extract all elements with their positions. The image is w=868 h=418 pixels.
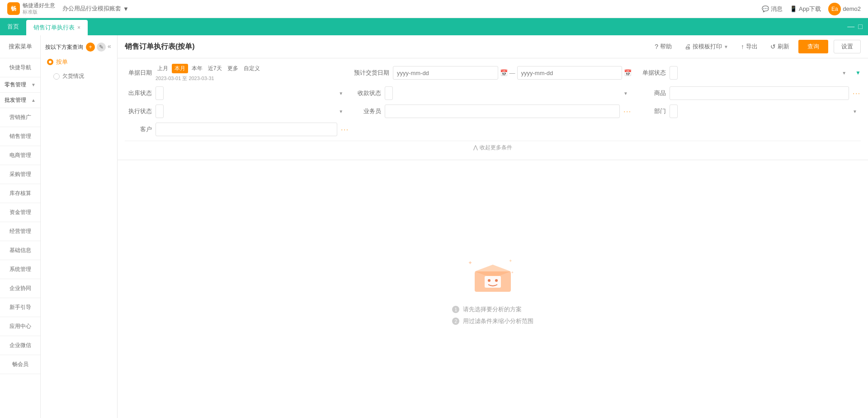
sidebar-inventory: 库存核算	[0, 184, 40, 203]
customer-input[interactable]	[156, 123, 337, 136]
help-btn[interactable]: ? 帮助	[651, 41, 675, 52]
scheme-active-dot	[47, 59, 53, 65]
order-status-select[interactable]	[670, 66, 678, 80]
sidebar-item-enterprise[interactable]: 企业协同	[0, 279, 40, 298]
left-panel-icons: + ✎ «	[86, 43, 111, 52]
sidebar-item-system[interactable]: 系统管理	[0, 260, 40, 279]
calendar-end-icon[interactable]: 📅	[624, 69, 632, 76]
left-panel: 按以下方案查询 + ✎ « 按单 欠货情况	[41, 35, 118, 418]
date-tab-this-year[interactable]: 本年	[190, 64, 204, 73]
exec-status-select[interactable]	[156, 104, 164, 118]
sidebar-wechat: 企业微信	[0, 336, 40, 355]
logo-text-area: 畅捷通好生意 标准版	[23, 2, 55, 15]
salesperson-input[interactable]	[385, 104, 620, 118]
sidebar-app-center: 应用中心	[0, 317, 40, 336]
tab-close-btn[interactable]: ×	[77, 24, 80, 31]
filter-row-2: 出库状态 收款状态	[125, 86, 861, 100]
message-btn[interactable]: 💬 消息	[762, 5, 783, 13]
goods-input[interactable]	[670, 86, 849, 100]
sidebar-item-operations[interactable]: 经营管理	[0, 222, 40, 241]
salesperson-more-btn[interactable]: ···	[623, 108, 632, 115]
expected-date-end-input[interactable]	[517, 66, 622, 80]
date-field-label: 单据日期	[125, 69, 152, 77]
nav-spacer	[88, 18, 847, 35]
svg-point-3	[488, 279, 491, 282]
page-content: 销售订单执行表(按单) ? 帮助 🖨 按模板打印 ▼ ↑ 导出	[118, 35, 868, 418]
sidebar-item-ecommerce[interactable]: 电商管理	[0, 146, 40, 165]
sidebar-item-quick-nav[interactable]: 快捷导航	[0, 58, 40, 77]
sidebar-finance: 资金管理	[0, 203, 40, 222]
export-btn[interactable]: ↑ 导出	[737, 41, 761, 52]
filter-row-3: 执行状态 业务员 ··· 部门	[125, 104, 861, 118]
dropdown-icon: ▼	[123, 5, 129, 12]
collapse-more-conditions-btn[interactable]: ⋀ 收起更多条件	[125, 141, 861, 154]
date-tab-last-month[interactable]: 上月	[156, 64, 170, 73]
empty-svg: ✦ ✦ ✦	[466, 251, 520, 296]
app-download-btn[interactable]: 📱 App下载	[790, 5, 821, 13]
page-header: 销售订单执行表(按单) ? 帮助 🖨 按模板打印 ▼ ↑ 导出	[118, 35, 868, 58]
date-tab-more[interactable]: 更多	[226, 64, 240, 73]
empty-hint-line2: 2 用过滤条件来缩小分析范围	[452, 315, 533, 327]
collapse-panel-btn[interactable]: «	[108, 43, 111, 52]
minimize-btn[interactable]: —	[847, 23, 854, 31]
date-tab-7days[interactable]: 近7天	[206, 64, 224, 73]
sidebar-item-wholesale[interactable]: 批发管理 ▲	[0, 93, 40, 108]
sidebar-item-member[interactable]: 畅会员	[0, 355, 40, 374]
sidebar-item-purchase[interactable]: 采购管理	[0, 165, 40, 184]
search-menu-btn[interactable]: 搜索菜单	[4, 40, 37, 53]
tab-home[interactable]: 首页	[0, 18, 26, 35]
scheme-dot-inner	[49, 61, 52, 63]
sidebar-retail: 零售管理 ▼	[0, 77, 40, 93]
sidebar-item-app-center[interactable]: 应用中心	[0, 317, 40, 336]
top-bar-left: 畅 畅捷通好生意 标准版 办公用品行业模拟账套 ▼	[7, 2, 132, 15]
refresh-icon: ↺	[770, 43, 776, 50]
export-icon: ↑	[741, 43, 744, 50]
query-button[interactable]: 查询	[798, 40, 828, 53]
refresh-btn[interactable]: ↺ 刷新	[767, 41, 793, 52]
user-avatar[interactable]: Ea demo2	[828, 3, 861, 15]
tab-sales-order-exec[interactable]: 销售订单执行表 ×	[26, 20, 88, 35]
sidebar-item-marketing[interactable]: 营销推广	[0, 108, 40, 127]
sidebar-system: 系统管理	[0, 260, 40, 279]
sidebar-item-wechat[interactable]: 企业微信	[0, 336, 40, 355]
scheme-item-order[interactable]: 按单	[41, 54, 117, 70]
goods-more-btn[interactable]: ···	[853, 90, 861, 97]
date-tabs: 上月 本月 本年 近7天 更多 自定义	[156, 64, 347, 73]
filter-shipping-status-item: 出库状态	[125, 86, 347, 100]
date-tab-this-month[interactable]: 本月	[172, 64, 188, 73]
edit-scheme-btn[interactable]: ✎	[97, 43, 106, 52]
sidebar-item-newbie[interactable]: 新手引导	[0, 298, 40, 317]
account-label: 办公用品行业模拟账套	[62, 5, 121, 13]
logo-area: 畅 畅捷通好生意 标准版	[7, 2, 55, 15]
logo-text: 畅捷通好生意	[23, 2, 55, 9]
scheme-item-shortage[interactable]: 欠货情况	[41, 70, 117, 83]
sidebar-search-section: 搜索菜单	[0, 35, 40, 58]
payment-status-wrapper	[385, 86, 632, 100]
avatar: Ea	[828, 3, 841, 15]
shipping-status-wrapper	[156, 86, 347, 100]
sidebar-item-sales[interactable]: 销售管理	[0, 127, 40, 146]
scheme-sub-dot	[53, 73, 60, 80]
sidebar-item-basic-info[interactable]: 基础信息	[0, 241, 40, 260]
add-scheme-btn[interactable]: +	[86, 43, 95, 52]
filter-order-status-item: 单据状态 ▼	[639, 66, 861, 80]
maximize-btn[interactable]: □	[858, 23, 863, 31]
print-dropdown-arrow-icon: ▼	[724, 44, 728, 49]
calendar-start-icon[interactable]: 📅	[500, 69, 508, 76]
top-bar: 畅 畅捷通好生意 标准版 办公用品行业模拟账套 ▼ 💬 消息 📱 App下载 E…	[0, 0, 868, 18]
customer-more-btn[interactable]: ···	[341, 126, 349, 133]
order-status-expand-icon[interactable]: ▼	[855, 70, 861, 76]
settings-button[interactable]: 设置	[834, 40, 861, 53]
sidebar-item-retail[interactable]: 零售管理 ▼	[0, 77, 40, 92]
download-icon: 📱	[790, 5, 797, 12]
payment-status-select[interactable]	[385, 86, 393, 100]
account-selector[interactable]: 办公用品行业模拟账套 ▼	[59, 5, 132, 13]
sidebar-purchase: 采购管理	[0, 165, 40, 184]
expected-date-start-input[interactable]	[393, 66, 498, 80]
sidebar-item-inventory[interactable]: 库存核算	[0, 184, 40, 203]
dept-select[interactable]	[670, 104, 678, 118]
print-btn[interactable]: 🖨 按模板打印 ▼	[681, 41, 732, 52]
sidebar-item-finance[interactable]: 资金管理	[0, 203, 40, 222]
shipping-status-select[interactable]	[156, 86, 164, 100]
date-tab-custom[interactable]: 自定义	[242, 64, 262, 73]
